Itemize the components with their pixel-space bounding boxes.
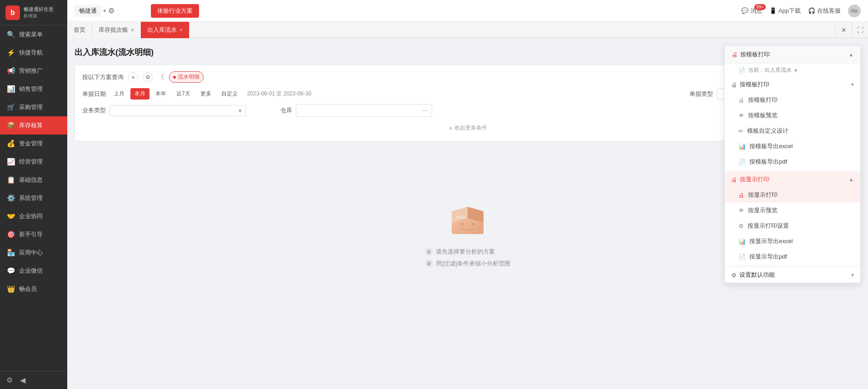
dp-item-template-pdf[interactable]: 📄 按模板导出pdf	[725, 154, 860, 170]
sidebar-item-finance[interactable]: 💰 资金管理	[0, 135, 67, 153]
tip-1-text: 请先选择要分析的方案	[436, 248, 495, 256]
sidebar-item-inventory[interactable]: 📦 库存核算	[0, 116, 67, 135]
page-title: 出入库流水(流水明细)	[75, 47, 154, 58]
sidebar-item-basic[interactable]: 📋 基础信息	[0, 171, 67, 189]
sidebar-label-inventory: 库存核算	[19, 121, 43, 130]
dp-item-display-excel[interactable]: 📊 按显示导出excel	[725, 234, 860, 249]
tip-1: ① 请先选择要分析的方案	[425, 248, 510, 256]
warehouse-select[interactable]: ···	[296, 104, 432, 117]
sidebar-item-collab[interactable]: 🤝 企业协同	[0, 207, 67, 225]
dp-current-arrow[interactable]: ▾	[794, 67, 797, 74]
dp-item-template-preview[interactable]: 👁 按模板预览	[725, 108, 860, 123]
sidebar-icon-wechat: 💬	[6, 266, 15, 275]
user-area: 畅捷通 ▾ ⚙	[75, 5, 147, 17]
username-display[interactable]: 畅捷通	[75, 5, 101, 17]
filter-collapse-icon[interactable]: 《	[157, 72, 165, 82]
dp-section-template-title: 🖨 按模板打印	[731, 80, 769, 89]
sidebar-item-wechat[interactable]: 💬 企业微信	[0, 262, 67, 280]
dp-item-template-print[interactable]: 🖨 按模板打印	[725, 92, 860, 108]
display-print-section-icon: 🖨	[731, 176, 737, 183]
sidebar-label-member: 畅会员	[19, 285, 37, 293]
sidebar-icon-inventory: 📦	[6, 121, 15, 130]
dp-item-display-preview[interactable]: 👁 按显示预览	[725, 203, 860, 218]
biz-type-select[interactable]: ▾	[110, 105, 246, 116]
sidebar: b 畅捷通好生意 标准版 🔍 搜索菜单 ⚡ 快捷导航 📢 营销推广 📊 销售管理…	[0, 0, 67, 389]
date-btn-本月[interactable]: 本月	[130, 88, 150, 100]
dp-header-title: 🖨 按模板打印	[731, 50, 770, 59]
sidebar-logo: b 畅捷通好生意 标准版	[0, 0, 67, 25]
dp-section-template[interactable]: 🖨 按模板打印 ▾	[725, 77, 860, 92]
topbar-right: 💬 消息 99+ 📱 App下载 🎧 在线客服 Rit	[741, 5, 861, 17]
sidebar-item-member[interactable]: 👑 畅会员	[0, 280, 67, 298]
dp-item-template-excel[interactable]: 📊 按模板导出excel	[725, 139, 860, 154]
tab-home[interactable]: 首页	[67, 22, 92, 38]
filter-tag[interactable]: 流水明细	[169, 71, 204, 83]
date-btn-本年[interactable]: 本年	[151, 88, 170, 100]
topbar-gear-icon[interactable]: ⚙	[108, 6, 115, 15]
template-print-icon: 🖨	[738, 97, 744, 104]
sidebar-item-sales[interactable]: 📊 销售管理	[0, 80, 67, 98]
date-btn-上月[interactable]: 上月	[110, 88, 129, 100]
sidebar-item-marketing[interactable]: 📢 营销推广	[0, 62, 67, 80]
sidebar-nav: 🔍 搜索菜单 ⚡ 快捷导航 📢 营销推广 📊 销售管理 🛒 采购管理 📦 库存核…	[0, 25, 67, 371]
sidebar-item-appstore[interactable]: 🏪 应用中心	[0, 244, 67, 262]
display-section-arrow: ▲	[848, 176, 854, 183]
close-tab-btn[interactable]: ✕	[835, 22, 852, 38]
sidebar-item-guide[interactable]: 🎯 新手引导	[0, 225, 67, 244]
display-preview-icon: 👁	[738, 207, 744, 214]
sidebar-icon-finance: 💰	[6, 139, 15, 148]
expand-tab-btn[interactable]: ⛶	[852, 22, 868, 38]
tab-label-batch-account: 库存批次账	[99, 26, 128, 34]
dp-footer[interactable]: ⚙ 设置默认功能 ▾	[725, 267, 860, 283]
dp-current-label: 当前：出入库流水	[748, 66, 792, 74]
sidebar-item-quick-nav[interactable]: ⚡ 快捷导航	[0, 44, 67, 62]
dp-footer-arrow: ▾	[851, 272, 854, 278]
dp-current-tag: 📄 当前：出入库流水 ▾	[725, 64, 860, 77]
sidebar-label-quick-nav: 快捷导航	[19, 49, 43, 57]
tab-batch-account[interactable]: 库存批次账×	[92, 22, 141, 38]
dp-item-display-print[interactable]: 🖨 按显示打印	[725, 187, 860, 203]
template-print-section-icon: 🖨	[731, 81, 737, 88]
date-field: 单据日期 上月本月本年近7天更多自定义 2023-06-01 至 2023-06…	[82, 88, 311, 100]
sidebar-item-operation[interactable]: 📈 经营管理	[0, 153, 67, 171]
dp-item-template-customize[interactable]: ✏ 模板自定义设计	[725, 123, 860, 139]
date-btn-近7天[interactable]: 近7天	[172, 88, 195, 100]
sidebar-label-search: 搜索菜单	[19, 30, 43, 39]
trial-button[interactable]: 体验行业方案	[151, 4, 199, 18]
date-btn-更多[interactable]: 更多	[196, 88, 215, 100]
date-btn-自定义[interactable]: 自定义	[217, 88, 242, 100]
biz-type-field: 业务类型 ▾	[82, 105, 246, 116]
sidebar-icon-guide: 🎯	[6, 230, 15, 239]
filter-settings-button[interactable]: ⚙	[143, 72, 153, 82]
sidebar-icon-operation: 📈	[6, 157, 15, 166]
tabbar-controls: ✕ ⛶	[835, 22, 868, 38]
sidebar-item-purchase[interactable]: 🛒 采购管理	[0, 98, 67, 116]
dp-header[interactable]: 🖨 按模板打印 ▲	[725, 46, 860, 64]
avatar[interactable]: Rit	[848, 5, 861, 17]
dp-item-display-settings[interactable]: ⚙ 按显示打印设置	[725, 218, 860, 234]
sidebar-item-system[interactable]: ⚙️ 系统管理	[0, 189, 67, 207]
message-button[interactable]: 💬 消息 99+	[741, 7, 762, 15]
user-dropdown-icon[interactable]: ▾	[103, 7, 106, 14]
sidebar-icon-member: 👑	[6, 284, 15, 294]
tab-close-flow[interactable]: ×	[180, 27, 183, 33]
tip-2-text: 用[过滤]条件来缩小分析范围	[436, 259, 510, 268]
tabbar: 首页库存批次账×出入库流水× ✕ ⛶	[67, 22, 868, 38]
settings-icon[interactable]: ⚙	[6, 376, 13, 384]
dp-item-display-pdf[interactable]: 📄 按显示导出pdf	[725, 249, 860, 264]
biz-type-label: 业务类型	[82, 106, 106, 115]
tab-flow[interactable]: 出入库流水×	[141, 22, 190, 38]
dp-collapse-icon[interactable]: ▲	[848, 51, 854, 58]
dp-section-display[interactable]: 🖨 按显示打印 ▲	[725, 172, 860, 187]
print-dropdown-panel: 🖨 按模板打印 ▲ 📄 当前：出入库流水 ▾ 🖨 按模板打印 ▾ 🖨 按模板打印…	[724, 45, 861, 283]
filter-add-button[interactable]: +	[128, 72, 138, 82]
date-buttons: 上月本月本年近7天更多自定义	[110, 88, 242, 100]
display-print-icon: 🖨	[738, 192, 744, 199]
online-service-button[interactable]: 🎧 在线客服	[808, 7, 841, 15]
sidebar-icon-purchase: 🛒	[6, 103, 15, 112]
date-label: 单据日期	[82, 90, 106, 98]
tab-close-batch-account[interactable]: ×	[131, 27, 134, 33]
app-download-button[interactable]: 📱 App下载	[769, 7, 801, 15]
collapse-sidebar-icon[interactable]: ◀	[20, 376, 25, 384]
sidebar-item-search[interactable]: 🔍 搜索菜单	[0, 25, 67, 44]
